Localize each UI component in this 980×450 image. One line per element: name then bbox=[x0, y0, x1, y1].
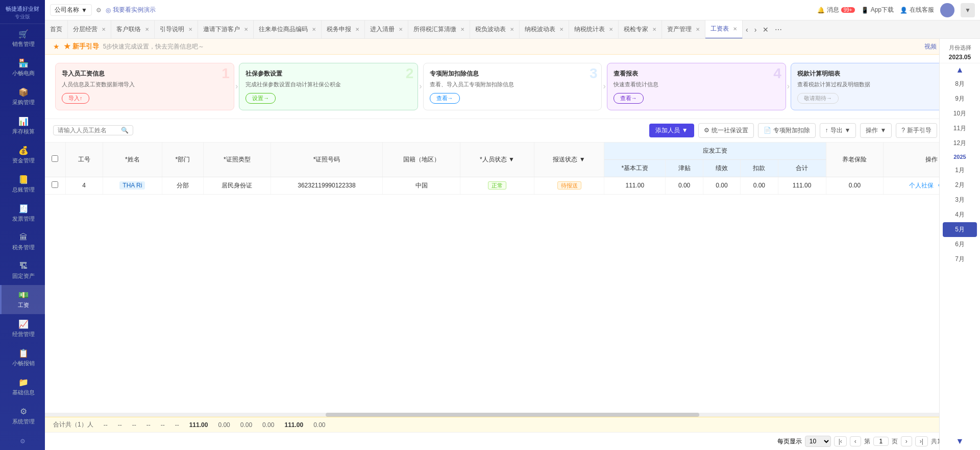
sidebar-item-report[interactable]: 📋 小畅报销 bbox=[0, 343, 45, 372]
tab-tax-burden[interactable]: 税负波动表 ✕ bbox=[470, 20, 520, 39]
tab-annual-tax[interactable]: 所得税汇算清缴 ✕ bbox=[408, 20, 470, 39]
tab-close-all-btn[interactable]: ✕ bbox=[760, 26, 772, 34]
month-item-4[interactable]: 4月 bbox=[940, 207, 980, 222]
sidebar-item-invoice[interactable]: 🧾 发票管理 bbox=[0, 199, 45, 228]
tab-hierarchy-close[interactable]: ✕ bbox=[102, 27, 106, 32]
tab-next-btn[interactable]: › bbox=[751, 26, 760, 34]
app-download-btn[interactable]: 📱 App下载 bbox=[861, 6, 894, 14]
tab-tax-wave-close[interactable]: ✕ bbox=[559, 27, 564, 32]
add-person-btn[interactable]: 添加人员 ▼ bbox=[649, 124, 694, 137]
tab-tax-filing[interactable]: 税务申报 ✕ bbox=[322, 20, 365, 39]
sidebar-item-xiaochang[interactable]: 🏪 小畅电商 bbox=[0, 53, 45, 82]
user-menu-icon[interactable]: ▼ bbox=[961, 3, 975, 17]
select-all-checkbox[interactable] bbox=[52, 155, 58, 162]
tab-hierarchy[interactable]: 分层经营 ✕ bbox=[68, 20, 111, 39]
sidebar: 畅捷通好业财 专业版 🛒 销售管理 🏪 小畅电商 📦 采购管理 📊 库存核算 💰… bbox=[0, 0, 45, 450]
tab-goods-code[interactable]: 往来单位商品编码 ✕ bbox=[254, 20, 322, 39]
sidebar-item-purchase[interactable]: 📦 采购管理 bbox=[0, 82, 45, 111]
month-item-5[interactable]: 5月 bbox=[943, 222, 977, 237]
month-item-11[interactable]: 11月 bbox=[940, 121, 980, 136]
step-btn-5[interactable]: 敬请期待→ bbox=[797, 93, 839, 104]
special-deduction-btn[interactable]: 📄 专项附加扣除 bbox=[758, 123, 816, 138]
month-item-2[interactable]: 2月 bbox=[940, 178, 980, 193]
h-scrollbar[interactable] bbox=[45, 413, 980, 417]
tab-clearance-close[interactable]: ✕ bbox=[399, 27, 403, 32]
tab-salary-close[interactable]: ✕ bbox=[733, 26, 737, 32]
sidebar-item-sales[interactable]: 🛒 销售管理 bbox=[0, 24, 45, 53]
first-page-btn[interactable]: |‹ bbox=[834, 436, 847, 446]
tab-tax-expert-close[interactable]: ✕ bbox=[652, 27, 656, 32]
sidebar-item-capital[interactable]: 💰 资金管理 bbox=[0, 140, 45, 170]
row-checkbox[interactable] bbox=[52, 181, 58, 188]
online-service-btn[interactable]: 👤 在线客服 bbox=[900, 6, 934, 14]
tab-salary[interactable]: 工资表 ✕ bbox=[705, 20, 743, 39]
tab-guide-desc[interactable]: 引导说明 ✕ bbox=[155, 20, 198, 39]
tab-tax-wave[interactable]: 纳税波动表 ✕ bbox=[520, 20, 569, 39]
tab-prev-btn[interactable]: ‹ bbox=[743, 26, 751, 34]
tab-assets-close[interactable]: ✕ bbox=[696, 27, 700, 32]
month-item-10[interactable]: 10月 bbox=[940, 106, 980, 121]
month-item-12[interactable]: 12月 bbox=[940, 136, 980, 151]
sidebar-item-system[interactable]: ⚙ 系统管理 bbox=[0, 401, 45, 431]
tab-annual-tax-close[interactable]: ✕ bbox=[460, 27, 464, 32]
tab-home[interactable]: 首页 bbox=[45, 20, 68, 39]
user-avatar[interactable] bbox=[940, 3, 954, 17]
actions-btn[interactable]: 操作 ▼ bbox=[860, 123, 892, 138]
step-btn-1[interactable]: 导入↑ bbox=[62, 93, 89, 104]
unified-settings-btn[interactable]: ⚙ 统一社保设置 bbox=[698, 123, 754, 138]
tab-client-close[interactable]: ✕ bbox=[145, 27, 149, 32]
next-page-btn[interactable]: › bbox=[901, 436, 912, 446]
sidebar-item-tax[interactable]: 🏛 税务管理 bbox=[0, 228, 45, 256]
tab-invite-close[interactable]: ✕ bbox=[244, 27, 248, 32]
month-panel-down-btn[interactable]: ▼ bbox=[956, 435, 964, 448]
sidebar-item-basic[interactable]: 📁 基础信息 bbox=[0, 372, 45, 401]
gear-icon[interactable]: ⚙ bbox=[96, 7, 102, 14]
step-btn-2[interactable]: 设置→ bbox=[246, 93, 276, 104]
month-item-6[interactable]: 6月 bbox=[940, 237, 980, 252]
demo-link[interactable]: ◎ 我要看实例演示 bbox=[106, 6, 156, 14]
tab-tax-stat[interactable]: 纳税统计表 ✕ bbox=[569, 20, 619, 39]
month-item-1[interactable]: 1月 bbox=[940, 163, 980, 178]
step-btn-4[interactable]: 查看→ bbox=[614, 93, 644, 104]
sidebar-item-gl[interactable]: 📒 总账管理 bbox=[0, 170, 45, 199]
action-social-btn[interactable]: 个人社保 bbox=[909, 182, 934, 189]
tab-tax-filing-close[interactable]: ✕ bbox=[355, 27, 359, 32]
sidebar-settings-btn[interactable]: ⚙ bbox=[0, 433, 45, 450]
col-dept: *部门 bbox=[162, 143, 203, 177]
month-item-8[interactable]: 8月 bbox=[940, 77, 980, 91]
tab-tax-expert[interactable]: 税检专家 ✕ bbox=[619, 20, 662, 39]
step-btn-3[interactable]: 查看→ bbox=[430, 93, 460, 104]
current-page-input[interactable] bbox=[873, 437, 889, 446]
sidebar-item-fixed[interactable]: 🏗 固定资产 bbox=[0, 256, 45, 285]
page-size-select[interactable]: 10 20 50 100 bbox=[805, 436, 831, 447]
sidebar-item-salary[interactable]: 💵 工资 bbox=[0, 285, 45, 314]
video-link[interactable]: 视频 bbox=[924, 42, 937, 51]
month-item-3[interactable]: 3月 bbox=[940, 193, 980, 207]
tab-home-label: 首页 bbox=[50, 25, 62, 34]
prev-page-btn[interactable]: ‹ bbox=[850, 436, 861, 446]
tab-clearance[interactable]: 进入清册 ✕ bbox=[365, 20, 408, 39]
status-filter-icon[interactable]: ▼ bbox=[508, 156, 514, 163]
message-btn[interactable]: 🔔 消息 99+ bbox=[817, 6, 855, 14]
month-item-9[interactable]: 9月 bbox=[940, 91, 980, 106]
sidebar-item-inventory[interactable]: 📊 库存核算 bbox=[0, 111, 45, 140]
tab-tax-stat-close[interactable]: ✕ bbox=[609, 27, 613, 32]
search-icon[interactable]: 🔍 bbox=[121, 127, 129, 134]
tab-client[interactable]: 客户联络 ✕ bbox=[111, 20, 155, 39]
month-item-7[interactable]: 7月 bbox=[940, 252, 980, 267]
scrollbar-thumb[interactable] bbox=[326, 413, 700, 417]
search-input[interactable] bbox=[58, 127, 119, 134]
report-filter-icon[interactable]: ▼ bbox=[579, 156, 585, 163]
tab-tax-burden-close[interactable]: ✕ bbox=[510, 27, 514, 32]
tab-guide-desc-close[interactable]: ✕ bbox=[188, 27, 192, 32]
month-panel-up-btn[interactable]: ▲ bbox=[956, 63, 964, 77]
new-guide-btn[interactable]: ? 新手引导 bbox=[896, 123, 937, 138]
tab-assets[interactable]: 资产管理 ✕ bbox=[662, 20, 705, 39]
tab-invite[interactable]: 邀请下游客户 ✕ bbox=[198, 20, 254, 39]
last-page-btn[interactable]: ›| bbox=[915, 436, 928, 446]
sidebar-item-ops[interactable]: 📈 经营管理 bbox=[0, 314, 45, 343]
tab-more-btn[interactable]: ⋯ bbox=[772, 26, 785, 34]
company-selector[interactable]: 公司名称 ▼ bbox=[50, 4, 92, 16]
export-btn[interactable]: ↑ 导出 ▼ bbox=[820, 123, 856, 138]
tab-goods-code-close[interactable]: ✕ bbox=[312, 27, 316, 32]
